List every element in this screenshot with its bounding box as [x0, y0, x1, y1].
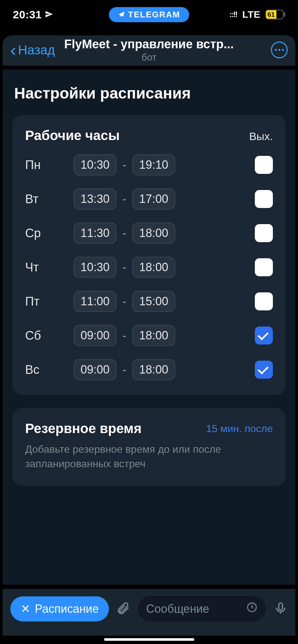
chat-title-wrap[interactable]: FlyMeet - управление встр... бот	[64, 37, 234, 63]
buffer-value[interactable]: 15 мин. после	[206, 423, 273, 435]
dayoff-checkbox[interactable]	[255, 361, 273, 379]
signal-icon: ::!!	[229, 10, 237, 19]
day-row: Вс09:00-18:00	[25, 359, 273, 380]
schedule-chip-label: Расписание	[35, 602, 99, 616]
dayoff-checkbox[interactable]	[255, 190, 273, 208]
day-row: Пн10:30-19:10	[25, 154, 273, 175]
time-separator: -	[122, 329, 126, 342]
message-placeholder: Сообщение	[146, 602, 209, 616]
status-time-group: 20:31	[13, 8, 53, 21]
start-time-input[interactable]: 11:30	[73, 223, 117, 244]
time-range: 09:00-18:00	[73, 325, 175, 346]
start-time-input[interactable]: 09:00	[73, 325, 117, 346]
mic-icon[interactable]	[274, 601, 288, 617]
time-separator: -	[122, 158, 126, 172]
day-label: Пн	[25, 158, 73, 172]
end-time-input[interactable]: 18:00	[132, 223, 175, 244]
start-time-input[interactable]: 10:30	[73, 257, 117, 278]
time-separator: -	[122, 295, 126, 308]
buffer-title: Резервное время	[25, 421, 141, 436]
battery-pct: 61	[266, 10, 276, 19]
time-separator: -	[122, 363, 126, 376]
chat-title: FlyMeet - управление встр...	[64, 37, 234, 51]
network-label: LTE	[242, 9, 260, 20]
time-separator: -	[122, 192, 126, 206]
input-bar: ✕ Расписание Сообщение	[3, 589, 295, 636]
dayoff-checkbox[interactable]	[255, 327, 273, 345]
time-range: 10:30-19:10	[73, 154, 175, 175]
webview-content: Настройки расписания Рабочие часы Вых. П…	[3, 70, 295, 585]
time-separator: -	[122, 226, 126, 240]
back-button[interactable]: ‹ Назад	[10, 41, 55, 59]
home-indicator[interactable]	[104, 638, 194, 641]
day-label: Чт	[25, 260, 73, 274]
time-range: 13:30-17:00	[73, 188, 175, 210]
svg-rect-1	[279, 603, 283, 610]
end-time-input[interactable]: 18:00	[132, 257, 175, 278]
working-hours-card: Рабочие часы Вых. Пн10:30-19:10Вт13:30-1…	[12, 115, 286, 395]
dayoff-column-label: Вых.	[249, 130, 273, 143]
time-separator: -	[122, 260, 126, 274]
end-time-input[interactable]: 19:10	[132, 154, 175, 175]
day-row: Сб09:00-18:00	[25, 325, 273, 346]
check-icon	[258, 329, 269, 340]
back-label: Назад	[18, 43, 55, 57]
end-time-input[interactable]: 17:00	[132, 188, 175, 210]
day-row: Пт11:00-15:00	[25, 291, 273, 312]
day-row: Вт13:30-17:00	[25, 188, 273, 210]
battery-icon: 61	[265, 10, 285, 19]
status-time: 20:31	[13, 8, 42, 21]
start-time-input[interactable]: 10:30	[73, 154, 117, 175]
dayoff-checkbox[interactable]	[255, 258, 273, 276]
close-icon: ✕	[21, 602, 30, 616]
chat-subtitle: бот	[64, 52, 234, 63]
buffer-card[interactable]: Резервное время 15 мин. после Добавьте р…	[12, 408, 286, 486]
end-time-input[interactable]: 18:00	[132, 325, 175, 346]
time-range: 11:00-15:00	[73, 291, 175, 312]
day-row: Чт10:30-18:00	[25, 257, 273, 278]
timer-icon[interactable]	[246, 601, 258, 616]
more-button[interactable]	[271, 42, 288, 58]
chat-header: ‹ Назад FlyMeet - управление встр... бот	[3, 35, 295, 66]
chevron-left-icon: ‹	[10, 41, 16, 59]
start-time-input[interactable]: 13:30	[73, 188, 117, 210]
schedule-chip[interactable]: ✕ Расписание	[10, 596, 109, 621]
telegram-icon	[118, 11, 125, 18]
day-label: Вс	[25, 363, 73, 377]
day-label: Вт	[25, 192, 73, 206]
end-time-input[interactable]: 15:00	[132, 291, 175, 312]
status-bar: 20:31 TELEGRAM ::!! LTE 61	[0, 0, 298, 29]
day-label: Пт	[25, 295, 73, 308]
day-label: Сб	[25, 329, 73, 343]
dayoff-checkbox[interactable]	[255, 224, 273, 242]
message-input[interactable]: Сообщение	[137, 595, 266, 622]
buffer-description: Добавьте резервное время до или после за…	[25, 442, 273, 471]
start-time-input[interactable]: 09:00	[73, 359, 117, 380]
attach-icon[interactable]	[116, 601, 130, 617]
time-range: 11:30-18:00	[73, 223, 175, 244]
working-hours-title: Рабочие часы	[25, 128, 120, 143]
time-range: 10:30-18:00	[73, 257, 175, 278]
telegram-pill-label: TELEGRAM	[128, 10, 180, 20]
page-title: Настройки расписания	[3, 84, 295, 115]
time-range: 09:00-18:00	[73, 359, 175, 380]
dayoff-checkbox[interactable]	[255, 156, 273, 174]
start-time-input[interactable]: 11:00	[73, 291, 117, 312]
status-right: ::!! LTE 61	[229, 9, 285, 20]
end-time-input[interactable]: 18:00	[132, 359, 175, 380]
day-label: Ср	[25, 226, 73, 240]
day-row: Ср11:30-18:00	[25, 223, 273, 244]
location-icon	[45, 8, 53, 21]
check-icon	[258, 364, 269, 374]
dayoff-checkbox[interactable]	[255, 292, 273, 310]
telegram-pill[interactable]: TELEGRAM	[109, 7, 189, 22]
